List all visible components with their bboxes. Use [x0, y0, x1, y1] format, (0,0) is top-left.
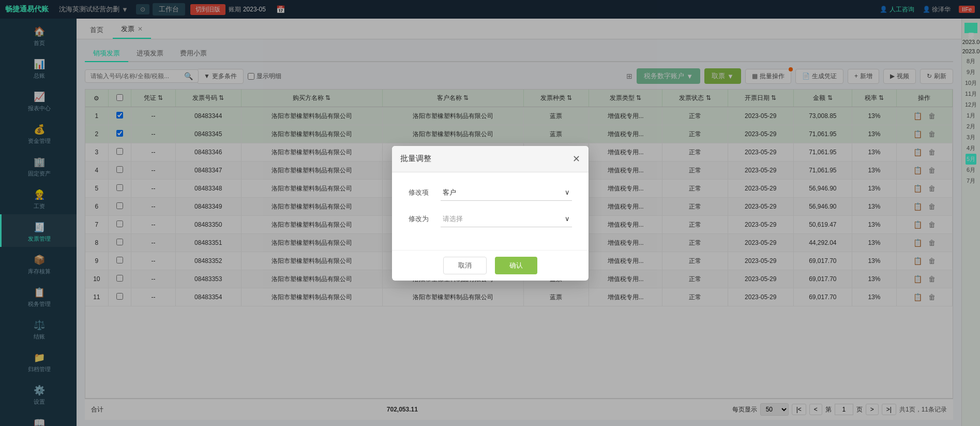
modal-header: 批量调整 ✕ [392, 146, 589, 172]
modal-field-value: 客户 [443, 188, 456, 197]
modal-title: 批量调整 [400, 154, 431, 164]
modal-confirm-btn[interactable]: 确认 [495, 257, 537, 274]
modal-value-select[interactable]: 请选择 ∨ [441, 211, 572, 227]
modal-value-placeholder: 请选择 [443, 214, 463, 224]
modal-field-select[interactable]: 客户 ∨ [441, 185, 572, 201]
batch-adjust-modal: 批量调整 ✕ 修改项 客户 ∨ 修改为 请选择 ∨ 取消 确认 [392, 146, 589, 281]
modal-field-row: 修改项 客户 ∨ [409, 185, 572, 201]
modal-field-label: 修改项 [409, 188, 434, 197]
modal-cancel-btn[interactable]: 取消 [443, 257, 487, 274]
modal-value-label: 修改为 [409, 214, 434, 224]
chevron-down-field-icon: ∨ [565, 188, 570, 196]
modal-footer: 取消 确认 [392, 250, 589, 281]
chevron-down-value-icon: ∨ [565, 215, 570, 223]
modal-overlay: 批量调整 ✕ 修改项 客户 ∨ 修改为 请选择 ∨ 取消 确认 [0, 0, 980, 426]
modal-body: 修改项 客户 ∨ 修改为 请选择 ∨ [392, 172, 589, 250]
modal-close-btn[interactable]: ✕ [572, 153, 580, 165]
modal-value-row: 修改为 请选择 ∨ [409, 211, 572, 227]
